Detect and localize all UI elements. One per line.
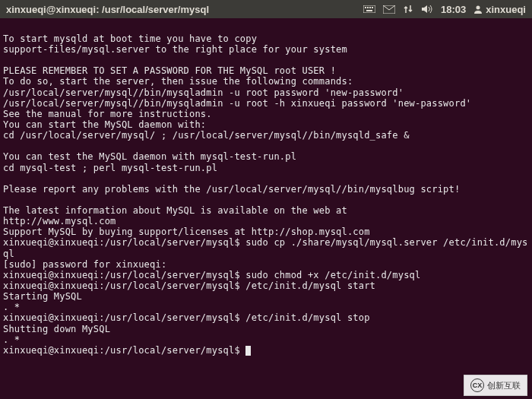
terminal-line: xinxueqi@xinxueqi:/usr/local/server/mysq… — [3, 312, 529, 323]
watermark-text: 创新互联 — [487, 380, 521, 391]
keyboard-icon[interactable] — [363, 5, 375, 13]
terminal-line: You can test the MySQL daemon with mysql… — [3, 151, 529, 162]
svg-rect-4 — [372, 7, 373, 8]
svg-rect-1 — [365, 7, 366, 8]
terminal-line: /usr/local/server/mysql//bin/mysqladmin … — [3, 98, 529, 109]
watermark: CX 创新互联 — [464, 375, 527, 396]
terminal-line: You can start the MySQL daemon with: — [3, 119, 529, 130]
terminal-line: xinxueqi@xinxueqi:/usr/local/server/mysq… — [3, 237, 529, 258]
svg-rect-0 — [363, 5, 375, 13]
terminal-line: Shutting down MySQL — [3, 324, 529, 334]
svg-rect-5 — [366, 10, 372, 11]
terminal-line — [3, 173, 529, 184]
terminal-line: Support MySQL by buying support/licenses… — [3, 226, 529, 237]
menubar: xinxueqi@xinxueqi: /usr/local/server/mys… — [0, 0, 532, 18]
cursor — [245, 346, 251, 356]
terminal-line — [3, 195, 529, 205]
svg-rect-3 — [369, 7, 371, 8]
network-icon[interactable] — [403, 4, 413, 14]
terminal-line: To do so, start the server, then issue t… — [3, 76, 529, 87]
terminal-line: Please report any problems with the /usr… — [3, 184, 529, 195]
username-label: xinxueqi — [486, 4, 526, 15]
indicator-area: 18:03 xinxueqi — [363, 4, 526, 15]
terminal-line: The latest information about MySQL is av… — [3, 205, 529, 216]
volume-icon[interactable] — [421, 5, 433, 14]
watermark-logo: CX — [470, 378, 484, 392]
terminal-line: . * — [3, 334, 529, 345]
terminal-line: PLEASE REMEMBER TO SET A PASSWORD FOR TH… — [3, 65, 529, 76]
terminal-line: Starting MySQL — [3, 291, 529, 302]
terminal-line — [3, 23, 529, 33]
terminal-line: cd mysql-test ; perl mysql-test-run.pl — [3, 163, 529, 173]
terminal-line: [sudo] password for xinxueqi: — [3, 259, 529, 270]
terminal-line: http://www.mysql.com — [3, 216, 529, 226]
terminal-line: /usr/local/server/mysql//bin/mysqladmin … — [3, 87, 529, 98]
terminal-output[interactable]: To start mysqld at boot time you have to… — [0, 18, 532, 360]
svg-point-7 — [477, 6, 480, 10]
mail-icon[interactable] — [383, 5, 395, 14]
svg-rect-2 — [367, 7, 369, 8]
clock-time[interactable]: 18:03 — [441, 4, 466, 15]
terminal-line: See the manual for more instructions. — [3, 109, 529, 119]
terminal-line — [3, 141, 529, 151]
terminal-line — [3, 55, 529, 65]
terminal-line: To start mysqld at boot time you have to… — [3, 33, 529, 44]
user-icon — [473, 5, 483, 14]
user-menu[interactable]: xinxueqi — [473, 4, 526, 15]
terminal-line: xinxueqi@xinxueqi:/usr/local/server/mysq… — [3, 280, 529, 291]
terminal-line: xinxueqi@xinxueqi:/usr/local/server/mysq… — [3, 270, 529, 280]
terminal-line: cd /usr/local/server/mysql/ ; /usr/local… — [3, 130, 529, 141]
window-title: xinxueqi@xinxueqi: /usr/local/server/mys… — [6, 4, 363, 15]
terminal-line: support-files/mysql.server to the right … — [3, 44, 529, 55]
terminal-line: xinxueqi@xinxueqi:/usr/local/server/mysq… — [3, 345, 529, 356]
terminal-line: . * — [3, 302, 529, 312]
